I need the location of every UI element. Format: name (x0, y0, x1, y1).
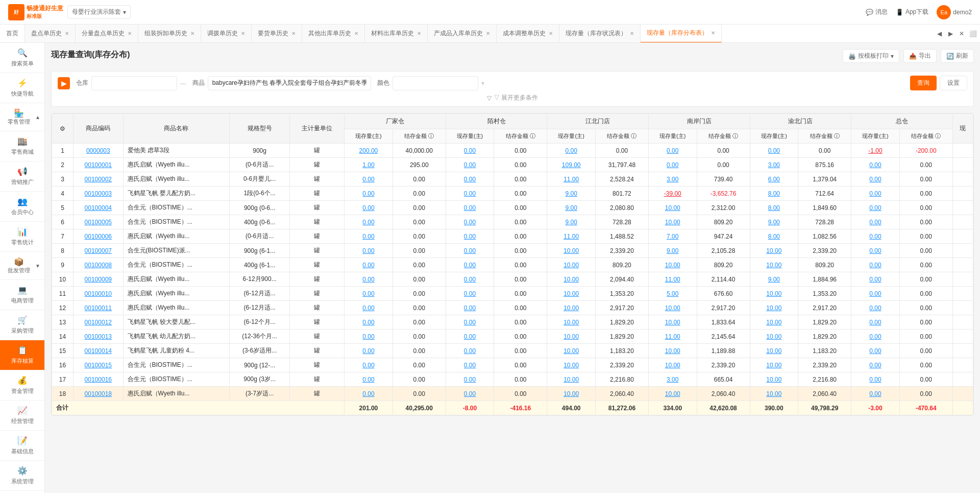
td-zc-qty[interactable]: 0.00 (851, 258, 900, 272)
tab-close-5[interactable]: ✕ (291, 31, 296, 36)
td-fj-qty[interactable]: 0.00 (345, 301, 393, 315)
tab-close-10[interactable]: ✕ (630, 31, 634, 36)
tab-item-5[interactable]: 要货单历史 ✕ (252, 25, 302, 42)
td-zc-qty[interactable]: 0.00 (851, 387, 900, 401)
td-yb-qty[interactable]: 8.00 (750, 201, 798, 215)
sidebar-item-retail-mgmt[interactable]: 🏪 零售管理 ▲ (0, 103, 44, 131)
td-yb-qty[interactable]: 10.00 (750, 372, 798, 387)
td-fj-qty[interactable]: 0.00 (345, 172, 393, 186)
td-yb-qty[interactable]: 10.00 (750, 387, 798, 401)
sidebar-item-ecommerce[interactable]: 💻 电商管理 (0, 280, 44, 310)
td-yb-qty[interactable]: 6.00 (750, 172, 798, 186)
td-yb-qty[interactable]: 10.00 (750, 244, 798, 258)
td-mc-qty[interactable]: 0.00 (446, 272, 494, 287)
td-jb-qty[interactable]: 109.00 (547, 158, 596, 172)
td-zc-qty[interactable]: 0.00 (851, 372, 900, 387)
td-code[interactable]: 00100009 (74, 272, 123, 287)
td-fj-qty[interactable]: 0.00 (345, 330, 393, 344)
td-code[interactable]: 00100008 (74, 258, 123, 272)
sidebar-item-search[interactable]: 🔍 搜索英单 (0, 43, 44, 73)
td-jb-qty[interactable]: 10.00 (547, 287, 596, 301)
td-code[interactable]: 00100007 (74, 244, 123, 258)
goods-input[interactable] (208, 76, 371, 90)
td-jb-qty[interactable]: 9.00 (547, 215, 596, 229)
td-zc-qty[interactable]: 0.00 (851, 287, 900, 301)
td-mc-qty[interactable]: 0.00 (446, 301, 494, 315)
td-code[interactable]: 00100005 (74, 215, 123, 229)
td-na-qty[interactable]: -39.00 (648, 186, 697, 201)
sidebar-item-operations[interactable]: 📈 经营管理 (0, 401, 44, 431)
td-yb-qty[interactable]: 3.00 (750, 158, 798, 172)
tab-item-7[interactable]: 材料出库单历史 ✕ (365, 25, 428, 42)
td-code[interactable]: 00100015 (74, 358, 123, 372)
sidebar-item-finance[interactable]: 💰 资金管理 (0, 370, 44, 401)
td-na-qty[interactable]: 5.00 (648, 287, 697, 301)
td-na-qty[interactable]: 9.00 (648, 244, 697, 258)
td-mc-qty[interactable]: 0.00 (446, 358, 494, 372)
td-jb-qty[interactable]: 10.00 (547, 387, 596, 401)
td-mc-qty[interactable]: 0.00 (446, 287, 494, 301)
td-code[interactable]: 0000003 (74, 144, 123, 158)
tab-expand-btn[interactable]: ⬜ (968, 29, 978, 39)
td-zc-qty[interactable]: -1.00 (851, 144, 900, 158)
td-fj-qty[interactable]: 0.00 (345, 358, 393, 372)
sidebar-item-nav[interactable]: ⚡ 快捷导航 (0, 73, 44, 103)
td-yb-qty[interactable]: 8.00 (750, 229, 798, 244)
td-na-qty[interactable]: 10.00 (648, 201, 697, 215)
message-btn[interactable]: 💬 消息 (866, 8, 888, 16)
td-na-qty[interactable]: 10.00 (648, 315, 697, 330)
td-code[interactable]: 00100006 (74, 229, 123, 244)
tab-item-9[interactable]: 成本调整单历史 ✕ (497, 25, 559, 42)
td-fj-qty[interactable]: 0.00 (345, 244, 393, 258)
tab-close-8[interactable]: ✕ (486, 31, 490, 36)
tab-close-1[interactable]: ✕ (65, 31, 69, 36)
td-fj-qty[interactable]: 0.00 (345, 387, 393, 401)
td-mc-qty[interactable]: 0.00 (446, 330, 494, 344)
td-mc-qty[interactable]: 0.00 (446, 186, 494, 201)
td-jb-qty[interactable]: 9.00 (547, 201, 596, 215)
td-mc-qty[interactable]: 0.00 (446, 172, 494, 186)
td-mc-qty[interactable]: 0.00 (446, 201, 494, 215)
td-mc-qty[interactable]: 0.00 (446, 344, 494, 358)
td-na-qty[interactable]: 10.00 (648, 387, 697, 401)
tab-item-6[interactable]: 其他出库单历史 ✕ (302, 25, 365, 42)
tab-close-4[interactable]: ✕ (241, 31, 245, 36)
td-yb-qty[interactable]: 10.00 (750, 315, 798, 330)
td-zc-qty[interactable]: 0.00 (851, 172, 900, 186)
tab-item-10[interactable]: 现存量（库存状况表） ✕ (559, 25, 641, 42)
td-yb-qty[interactable]: 0.00 (750, 144, 798, 158)
td-fj-qty[interactable]: 0.00 (345, 186, 393, 201)
td-jb-qty[interactable]: 10.00 (547, 258, 596, 272)
td-code[interactable]: 00100002 (74, 172, 123, 186)
td-mc-qty[interactable]: 0.00 (446, 215, 494, 229)
print-btn[interactable]: 🖨️ 按模板打印 ▾ (843, 49, 899, 63)
td-na-qty[interactable]: 10.00 (648, 301, 697, 315)
td-yb-qty[interactable]: 10.00 (750, 258, 798, 272)
sidebar-item-members[interactable]: 👥 会员中心 (0, 192, 44, 222)
td-code[interactable]: 00100011 (74, 301, 123, 315)
setting-button[interactable]: 设置 (940, 76, 967, 90)
user-area[interactable]: Ea demo2 (937, 5, 972, 19)
td-code[interactable]: 00100013 (74, 330, 123, 344)
refresh-btn[interactable]: 🔄 刷新 (941, 49, 974, 63)
td-na-qty[interactable]: 7.00 (648, 229, 697, 244)
td-code[interactable]: 00100003 (74, 186, 123, 201)
filter-expand-btn[interactable]: ▶ (58, 77, 70, 89)
td-na-qty[interactable]: 10.00 (648, 215, 697, 229)
td-zc-qty[interactable]: 0.00 (851, 344, 900, 358)
td-na-qty[interactable]: 3.00 (648, 172, 697, 186)
td-mc-qty[interactable]: 0.00 (446, 315, 494, 330)
tab-close-all-btn[interactable]: ✕ (957, 29, 967, 39)
sidebar-item-mall[interactable]: 🏬 零售商城 (0, 131, 44, 161)
td-yb-qty[interactable]: 8.00 (750, 186, 798, 201)
td-code[interactable]: 00100012 (74, 315, 123, 330)
td-fj-qty[interactable]: 0.00 (345, 344, 393, 358)
td-fj-qty[interactable]: 0.00 (345, 258, 393, 272)
td-jb-qty[interactable]: 10.00 (547, 358, 596, 372)
td-na-qty[interactable]: 11.00 (648, 272, 697, 287)
td-mc-qty[interactable]: 0.00 (446, 158, 494, 172)
td-jb-qty[interactable]: 11.00 (547, 229, 596, 244)
tab-item-3[interactable]: 组装拆卸单历史 ✕ (138, 25, 201, 42)
td-code[interactable]: 00100016 (74, 372, 123, 387)
td-fj-qty[interactable]: 1.00 (345, 158, 393, 172)
